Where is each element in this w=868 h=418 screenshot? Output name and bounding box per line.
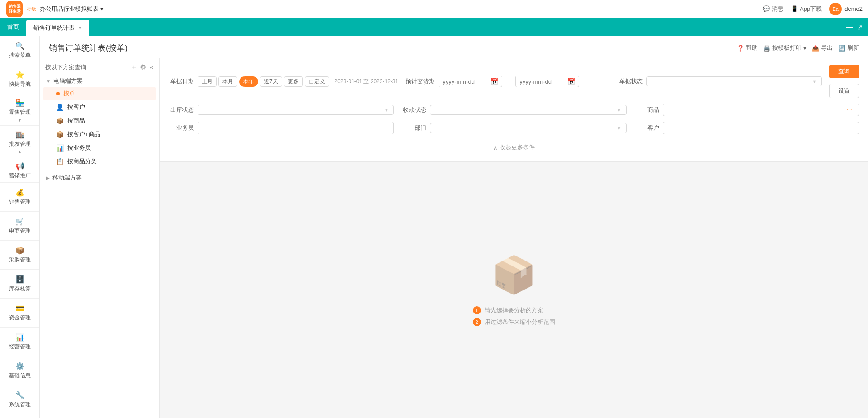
order-status-select[interactable]: ▼ (646, 76, 822, 86)
expected-date-end-input[interactable]: 📅 (515, 76, 579, 87)
goods-select[interactable]: ··· (663, 104, 859, 116)
refresh-button[interactable]: 🔄 刷新 (838, 44, 859, 52)
goods-more-icon[interactable]: ··· (844, 106, 854, 114)
logo: 销售通好生意 (5, 0, 24, 18)
sidebar-item-inventory[interactable]: 🗄️ 库存核算 (0, 270, 39, 299)
section-expand-icon: ▼ (46, 79, 51, 84)
empty-tip-2: 2 用过滤条件来缩小分析范围 (473, 318, 555, 326)
department-dropdown-icon: ▼ (617, 125, 622, 131)
app-name: 办公用品行业模拟账表 (40, 5, 99, 13)
sidebar-item-purchase[interactable]: 📦 采购管理 (0, 241, 39, 270)
user-profile[interactable]: Ea demo2 (829, 3, 863, 15)
date-btn-this-year[interactable]: 本年 (239, 76, 258, 87)
payment-status-select[interactable]: ▼ (430, 105, 626, 115)
payment-dropdown-icon: ▼ (617, 107, 622, 113)
sidebar-item-finance[interactable]: 💳 资金管理 (0, 299, 39, 328)
tabbar: 首页 销售订单统计表 × — ⤢ (0, 18, 868, 36)
help-button[interactable]: ❓ 帮助 (737, 44, 758, 52)
customer-select[interactable]: ··· (663, 122, 859, 134)
sidebar-item-marketing[interactable]: 📢 营销推广 (0, 157, 39, 183)
date-btn-last-7-days[interactable]: 近7天 (260, 76, 282, 87)
system-icon: 🔧 (15, 391, 24, 399)
delivery-status-select[interactable]: ▼ (198, 105, 394, 115)
scheme-item-by-product-category[interactable]: 📋 按商品分类 (43, 155, 156, 168)
collapse-filters-button[interactable]: ∧ 收起更多条件 (169, 140, 859, 155)
sidebar-item-ecommerce[interactable]: 🛒 电商管理 (0, 212, 39, 241)
scheme-item-by-order[interactable]: 按单 (43, 87, 156, 100)
topbar-right: 💬 消息 📱 App下载 Ea demo2 (763, 3, 863, 15)
calendar-start-icon: 📅 (491, 78, 498, 85)
payment-label: 收款状态 (401, 106, 426, 114)
empty-tip-1: 1 请先选择要分析的方案 (473, 306, 555, 314)
app-selector[interactable]: 办公用品行业模拟账表 ▾ (40, 5, 104, 13)
tab-close-button[interactable]: × (78, 24, 82, 32)
operation-icon: 📊 (15, 333, 24, 342)
query-button[interactable]: 查询 (829, 65, 859, 78)
settings-scheme-button[interactable]: ⚙ (140, 63, 146, 71)
tab-home[interactable]: 首页 (0, 18, 26, 36)
tabbar-actions: — ⤢ (840, 18, 868, 36)
purchase-icon: 📦 (15, 246, 24, 255)
scheme-item-by-customer[interactable]: 👤 按客户 (43, 100, 156, 114)
sidebar-item-search[interactable]: 🔍 搜索菜单 (0, 36, 39, 65)
export-icon: 📤 (812, 45, 819, 52)
sidebar-item-system[interactable]: 🔧 系统管理 (0, 385, 39, 414)
sidebar-item-enterprise[interactable]: 🤝 企业协同 (0, 414, 39, 418)
left-panel-icons: + ⚙ « (132, 63, 154, 71)
scheme-item-by-customer-product[interactable]: 📦 按客户+商品 (43, 128, 156, 141)
scheme-section-mobile: ▶ 移动端方案 (40, 172, 159, 184)
customer-label: 客户 (634, 124, 659, 132)
minimize-button[interactable]: — (846, 23, 853, 31)
sidebar-item-sales[interactable]: 💰 销售管理 (0, 183, 39, 212)
sidebar-item-wholesale[interactable]: 🏬 批发管理 ▲ (0, 126, 39, 157)
date-btn-this-month[interactable]: 本月 (218, 76, 237, 87)
tab-sales-order-stats[interactable]: 销售订单统计表 × (26, 20, 89, 36)
expected-date-start-input[interactable]: 📅 (439, 76, 502, 87)
sidebar-item-shortcut[interactable]: ⭐ 快捷导航 (0, 65, 39, 94)
maximize-button[interactable]: ⤢ (857, 23, 863, 32)
collapse-panel-button[interactable]: « (150, 63, 154, 71)
salesperson-select[interactable]: ··· (198, 122, 394, 134)
scheme-section-desktop-header[interactable]: ▼ 电脑端方案 (43, 75, 156, 87)
product-box-icon: 📦 (56, 117, 64, 124)
download-button[interactable]: 📱 App下载 (791, 5, 822, 13)
salesperson-more-icon[interactable]: ··· (379, 124, 389, 132)
add-scheme-button[interactable]: + (132, 63, 136, 71)
salesperson-label: 业务员 (169, 124, 194, 132)
expected-date-start-field[interactable] (443, 78, 488, 85)
date-btn-custom[interactable]: 自定义 (305, 76, 329, 87)
filter-area: 单据日期 上月 本月 本年 近7天 更多 自定义 2023-01-01 (160, 58, 868, 162)
print-icon: 🖨️ (763, 45, 770, 52)
scheme-section-desktop: ▼ 电脑端方案 按单 👤 按客户 📦 按商品 (40, 75, 159, 168)
empty-illustration: 📦 (491, 254, 537, 299)
filter-row-1: 单据日期 上月 本月 本年 近7天 更多 自定义 2023-01-01 (169, 65, 859, 98)
expected-date-end-field[interactable] (519, 78, 565, 85)
date-filter-group: 单据日期 上月 本月 本年 近7天 更多 自定义 2023-01-01 (169, 76, 398, 87)
tip-text-1: 请先选择要分析的方案 (485, 306, 543, 314)
dropdown-icon: ▾ (100, 5, 104, 12)
export-button[interactable]: 📤 导出 (812, 44, 833, 52)
wholesale-icon: 🏬 (15, 130, 24, 139)
customer-group: 客户 ··· (634, 122, 859, 134)
sidebar-item-retail[interactable]: 🏪 零售管理 ▼ (0, 94, 39, 126)
scheme-section-mobile-header[interactable]: ▶ 移动端方案 (43, 172, 156, 184)
scheme-item-by-product[interactable]: 📦 按商品 (43, 114, 156, 128)
inventory-icon: 🗄️ (15, 275, 24, 284)
finance-icon: 💳 (15, 304, 24, 313)
filter-row-3: 业务员 ··· 部门 ▼ (169, 122, 859, 134)
settings-button[interactable]: 设置 (829, 84, 859, 98)
date-btn-last-month[interactable]: 上月 (198, 76, 217, 87)
message-button[interactable]: 💬 消息 (763, 5, 783, 13)
date-btn-more[interactable]: 更多 (284, 76, 303, 87)
active-dot-icon (56, 92, 60, 95)
print-button[interactable]: 🖨️ 按模板打印 ▾ (763, 44, 807, 52)
basic-icon: ⚙️ (15, 362, 24, 370)
sidebar-item-basic[interactable]: ⚙️ 基础信息 (0, 356, 39, 385)
scheme-item-by-salesperson[interactable]: 📊 按业务员 (43, 141, 156, 155)
refresh-icon: 🔄 (838, 45, 845, 52)
chevron-down-icon: ▼ (18, 118, 22, 123)
department-select[interactable]: ▼ (430, 123, 626, 133)
sidebar-item-operation[interactable]: 📊 经营管理 (0, 328, 39, 356)
customer-more-icon[interactable]: ··· (844, 124, 854, 132)
topbar: 销售通好生意 标版 办公用品行业模拟账表 ▾ 💬 消息 📱 App下载 Ea d… (0, 0, 868, 18)
